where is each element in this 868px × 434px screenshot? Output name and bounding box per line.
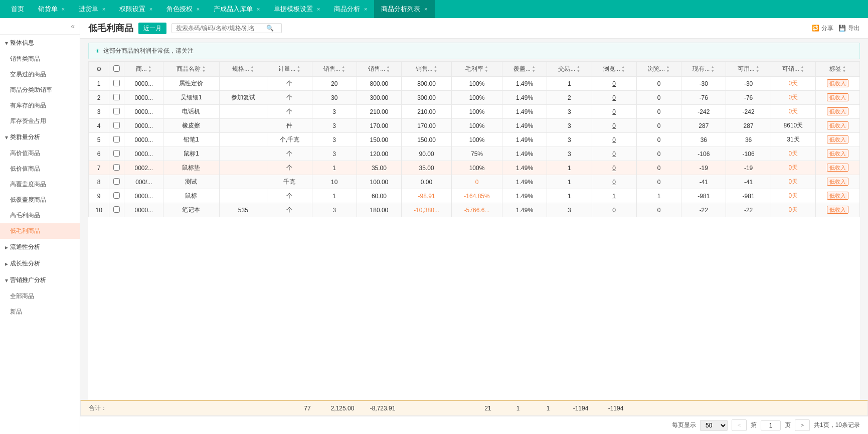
- th-sales-amount[interactable]: 销售...▲▼: [402, 62, 452, 77]
- nav-home[interactable]: 首页: [4, 0, 31, 18]
- time-filter-button[interactable]: 近一月: [138, 23, 166, 34]
- per-page-select[interactable]: 50 100 200: [700, 420, 728, 431]
- nav-role-auth[interactable]: 角色授权 ×: [159, 0, 207, 18]
- sidebar-collapse-btn[interactable]: «: [71, 22, 75, 30]
- search-icon[interactable]: 🔍: [266, 25, 274, 32]
- views1-link[interactable]: 0: [612, 80, 616, 87]
- th-tag[interactable]: 标签▲▼: [816, 62, 860, 77]
- td-views1[interactable]: 0: [592, 77, 636, 91]
- sidebar-item-all-products[interactable]: 全部商品: [0, 288, 80, 304]
- row-checkbox[interactable]: [113, 206, 120, 213]
- close-icon[interactable]: ×: [257, 6, 260, 12]
- th-spec[interactable]: 规格...▲▼: [219, 62, 267, 77]
- views1-link[interactable]: 1: [612, 193, 616, 200]
- sidebar-group-overall[interactable]: ▾ 整体信息: [0, 35, 80, 51]
- td-views1[interactable]: 0: [592, 175, 636, 189]
- td-views1[interactable]: 0: [592, 91, 636, 105]
- close-icon[interactable]: ×: [424, 6, 427, 12]
- td-views1[interactable]: 0: [592, 203, 636, 217]
- views1-link[interactable]: 0: [612, 122, 616, 129]
- views1-link[interactable]: 0: [612, 165, 616, 172]
- th-gross-margin[interactable]: 毛利率▲▼: [452, 62, 502, 77]
- views1-link[interactable]: 0: [612, 179, 616, 186]
- td-checkbox[interactable]: [109, 119, 124, 133]
- views1-link[interactable]: 0: [612, 151, 616, 158]
- nav-product-entry[interactable]: 产成品入库单 ×: [207, 0, 267, 18]
- nav-product-analysis-list[interactable]: 商品分析列表 ×: [374, 0, 434, 18]
- th-available[interactable]: 可用...▲▼: [726, 62, 771, 77]
- sidebar-item-low-margin[interactable]: 低毛利商品: [0, 223, 80, 239]
- row-checkbox[interactable]: [113, 178, 120, 185]
- views1-link[interactable]: 0: [612, 108, 616, 115]
- td-checkbox[interactable]: [109, 147, 124, 161]
- views1-link[interactable]: 0: [612, 94, 616, 101]
- sidebar-item-high-margin[interactable]: 高毛利商品: [0, 208, 80, 223]
- row-checkbox[interactable]: [113, 150, 120, 157]
- views1-link[interactable]: 0: [612, 136, 616, 143]
- td-checkbox[interactable]: [109, 105, 124, 119]
- sidebar-item-high-coverage[interactable]: 高覆盖度商品: [0, 177, 80, 192]
- td-views1[interactable]: 0: [592, 133, 636, 147]
- sidebar-item-traded-products[interactable]: 交易过的商品: [0, 67, 80, 82]
- td-views1[interactable]: 0: [592, 105, 636, 119]
- sidebar-item-category-sales-rate[interactable]: 商品分类助销率: [0, 82, 80, 98]
- close-icon[interactable]: ×: [197, 6, 200, 12]
- sidebar-item-sales-products[interactable]: 销售类商品: [0, 51, 80, 67]
- th-code[interactable]: 商...▲▼: [124, 62, 163, 77]
- share-button[interactable]: 🔁 分享: [812, 24, 833, 33]
- td-checkbox[interactable]: [109, 133, 124, 147]
- nav-permission-settings[interactable]: 权限设置 ×: [112, 0, 159, 18]
- close-icon[interactable]: ×: [317, 6, 320, 12]
- nav-sales-order[interactable]: 销货单 ×: [31, 0, 72, 18]
- close-icon[interactable]: ×: [62, 6, 65, 12]
- td-checkbox[interactable]: [109, 91, 124, 105]
- row-checkbox[interactable]: [113, 136, 120, 142]
- sidebar-group-cluster[interactable]: ▾ 类群量分析: [0, 129, 80, 146]
- row-checkbox[interactable]: [113, 192, 120, 199]
- nav-purchase-order[interactable]: 进货单 ×: [72, 0, 112, 18]
- close-icon[interactable]: ×: [102, 6, 105, 12]
- th-coverage[interactable]: 覆盖...▲▼: [502, 62, 547, 77]
- th-sales-qty[interactable]: 销售...▲▼: [312, 62, 357, 77]
- td-views1[interactable]: 1: [592, 189, 636, 203]
- th-current-stock[interactable]: 现有...▲▼: [681, 62, 726, 77]
- sidebar-item-new-products[interactable]: 新品: [0, 304, 80, 320]
- td-checkbox[interactable]: [109, 175, 124, 189]
- td-checkbox[interactable]: [109, 203, 124, 217]
- row-checkbox[interactable]: [113, 80, 120, 86]
- td-views1[interactable]: 0: [592, 119, 636, 133]
- search-input[interactable]: [176, 25, 266, 32]
- sidebar-group-growth[interactable]: ▸ 成长性分析: [0, 255, 80, 272]
- th-sales-price[interactable]: 销售...▲▼: [357, 62, 401, 77]
- th-views1[interactable]: 浏览...▲▼: [592, 62, 636, 77]
- export-button[interactable]: 💾 导出: [838, 24, 860, 33]
- sidebar-item-low-value[interactable]: 低价值商品: [0, 161, 80, 177]
- td-checkbox[interactable]: [109, 77, 124, 91]
- prev-page-button[interactable]: ＜: [732, 419, 747, 431]
- row-checkbox[interactable]: [113, 94, 120, 100]
- nav-template-settings[interactable]: 单据模板设置 ×: [267, 0, 327, 18]
- sidebar-item-low-coverage[interactable]: 低覆盖度商品: [0, 192, 80, 208]
- sidebar-item-stocked-products[interactable]: 有库存的商品: [0, 98, 80, 113]
- td-checkbox[interactable]: [109, 161, 124, 175]
- th-unit[interactable]: 计量...▲▼: [267, 62, 312, 77]
- next-page-button[interactable]: ＞: [795, 419, 810, 431]
- th-settings[interactable]: ⚙: [89, 62, 109, 77]
- th-views2[interactable]: 浏览...▲▼: [636, 62, 681, 77]
- th-saleable[interactable]: 可销...▲▼: [771, 62, 815, 77]
- row-checkbox[interactable]: [113, 122, 120, 128]
- th-transactions[interactable]: 交易...▲▼: [547, 62, 592, 77]
- td-checkbox[interactable]: [109, 189, 124, 203]
- close-icon[interactable]: ×: [364, 6, 367, 12]
- close-icon[interactable]: ×: [149, 6, 152, 12]
- sidebar-group-circulation[interactable]: ▸ 流通性分析: [0, 239, 80, 255]
- sidebar-item-stock-capital[interactable]: 库存资金占用: [0, 113, 80, 129]
- sidebar-item-high-value[interactable]: 高价值商品: [0, 146, 80, 161]
- row-checkbox[interactable]: [113, 164, 120, 171]
- nav-product-analysis[interactable]: 商品分析 ×: [327, 0, 374, 18]
- table-wrapper[interactable]: ⚙ 商...▲▼ 商品名称▲▼ 规格...▲▼ 计量...▲▼ 销售...▲▼ …: [88, 61, 860, 400]
- th-checkbox[interactable]: [109, 62, 124, 77]
- th-name[interactable]: 商品名称▲▼: [163, 62, 219, 77]
- td-views1[interactable]: 0: [592, 147, 636, 161]
- page-number-input[interactable]: [761, 420, 781, 430]
